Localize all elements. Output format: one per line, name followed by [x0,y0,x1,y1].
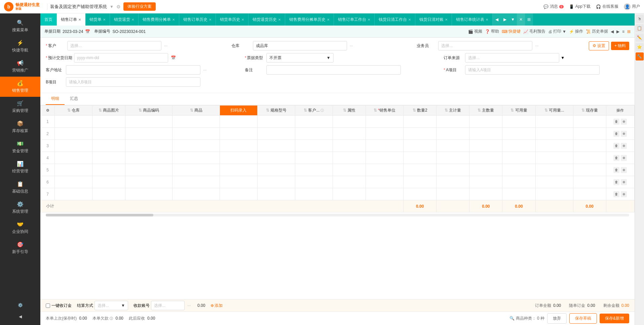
sidebar-item-marketing[interactable]: 📢 营销推广 [0,56,40,77]
tab-return-history-close[interactable]: ✕ [278,18,281,22]
sidebar-item-search[interactable]: 🔍 搜索菜单 [0,16,40,36]
panel-btn-5[interactable]: 🔧 [636,52,644,60]
setup-btn[interactable]: ⚙ 设置 [589,41,609,50]
row-3-scan[interactable] [220,140,257,152]
tab-daily-clear[interactable]: 钱货日清工作台 ✕ [375,13,415,26]
tab-nav-prev[interactable]: ◀ [493,13,501,26]
view-btn[interactable]: 🎬 视频 [468,29,482,34]
tab-order-workbench[interactable]: 销售订单工作台 ✕ [334,13,375,26]
b-project-input[interactable]: 请输入B项目 [66,77,200,87]
add-item-btn[interactable]: + 物料 [611,42,629,50]
row-2-current[interactable] [573,128,606,140]
tab-fee-split[interactable]: 销售费用分摊单 ✕ [139,13,179,26]
tab-sales-order-close[interactable]: ✕ [78,18,81,22]
row-2-warehouse[interactable] [55,128,92,140]
tab-order-workbench-close[interactable]: ✕ [368,18,370,22]
delete-icon-5[interactable]: 🗑 [613,167,619,173]
next-record-btn[interactable]: ▶ [616,29,619,34]
tab-nav-menu[interactable]: ▼ [509,13,517,26]
sidebar-item-system[interactable]: ⚙️ 系统管理 [0,198,40,218]
row-1-current[interactable] [573,116,606,128]
prev-record-btn[interactable]: ◀ [611,29,614,34]
tab-layout-toggle[interactable]: ⊞ [525,13,533,26]
warehouse-more-btn[interactable]: ··· [350,43,353,48]
row-2-spec[interactable] [257,128,295,140]
sidebar-item-finance[interactable]: 💵 资金管理 [0,137,40,157]
row-3-qty2[interactable] [404,140,437,152]
bank-more-btn[interactable]: ··· [187,303,191,308]
row-1-code[interactable] [125,116,173,128]
tab-return-history[interactable]: 销货退货历史 ✕ [249,13,285,26]
tab-statistics[interactable]: 销售订单统计表 ✕ [452,13,493,26]
sidebar-item-guide[interactable]: 🎯 新手引导 [0,238,40,258]
tab-close-all[interactable]: ✕ [517,13,525,26]
copy-icon-3[interactable]: ⊕ [621,143,627,149]
table-scrollbar[interactable] [46,214,629,216]
delete-icon-4[interactable]: 🗑 [613,155,619,161]
one-click-settle[interactable]: 一键收订金 [46,303,72,309]
tab-sales-goods[interactable]: 销货单 ✕ [85,13,110,26]
row-3-spec[interactable] [257,140,295,152]
col-scan[interactable]: 扫码录入 [220,106,257,116]
a-project-input[interactable]: 请输入A项目 [465,65,600,75]
tab-reconcile-close[interactable]: ✕ [445,18,448,22]
remark-input[interactable] [266,65,401,75]
tab-order-history-close[interactable]: ✕ [209,18,212,22]
row-2-qty2[interactable] [404,128,437,140]
row-1-spec[interactable] [257,116,295,128]
print-btn[interactable]: 🖨 打印 ▼ [548,29,566,34]
row-1-main-qty[interactable] [469,116,502,128]
settings-icon[interactable]: ⚙ [116,4,121,9]
delete-icon-6[interactable]: 🗑 [613,179,619,185]
row-3-product[interactable] [173,140,220,152]
tab-goods-history[interactable]: 销货单历史 ✕ [216,13,249,26]
row-2-main-qty[interactable] [469,128,502,140]
row-3-attr[interactable] [333,140,366,152]
delete-icon-1[interactable]: 🗑 [613,119,619,125]
customer-address-input[interactable] [66,65,200,75]
row-3-available2[interactable] [535,140,573,152]
copy-icon-2[interactable]: ⊕ [621,131,627,137]
tab-return-close[interactable]: ✕ [131,18,134,22]
col-settings[interactable]: ⚙ [41,106,55,116]
scrollbar-thumb[interactable] [46,214,153,216]
row-1-unit[interactable] [366,116,404,128]
row-3-customer[interactable] [295,140,333,152]
help-btn[interactable]: ❓ 帮助 [485,29,499,34]
notification-area[interactable]: 💬 消息 9 [543,4,564,9]
tab-fee-history[interactable]: 销售费用分摊单历史 ✕ [285,13,334,26]
sidebar-item-collab[interactable]: 🤝 企业协同 [0,218,40,238]
address-more-btn[interactable]: ··· [203,68,206,72]
row-2-main-unit[interactable] [437,128,469,140]
panel-btn-3[interactable]: ✏️ [636,34,644,42]
warehouse-input[interactable]: 成品库 [253,41,347,50]
user-menu[interactable]: 👤 用户 [624,3,640,10]
sidebar-item-purchase[interactable]: 🛒 采购管理 [0,97,40,117]
tab-home[interactable]: 首页 [40,13,57,26]
sidebar-settings-btn[interactable]: ⚙️ [16,301,25,310]
tab-summary[interactable]: 汇总 [65,93,83,105]
save-new-btn[interactable]: 保存&新增 [600,314,629,323]
history-btn[interactable]: 📜 历史单据 [586,29,608,34]
sidebar-item-inventory[interactable]: 📦 库存核算 [0,117,40,137]
app-download[interactable]: 📱 App下载 [569,4,591,9]
shortcut-btn[interactable]: ⌨ 快捷键 [502,29,521,34]
row-1-warehouse[interactable] [55,116,92,128]
tab-reconcile[interactable]: 钱货日清对账 ✕ [415,13,452,26]
tab-sales-order[interactable]: 销售订单 ✕ [57,13,85,26]
sidebar-item-basic-info[interactable]: 📋 基础信息 [0,177,40,198]
save-draft-btn[interactable]: 保存草稿 [569,313,597,324]
row-2-available[interactable] [502,128,535,140]
tab-daily-clear-close[interactable]: ✕ [408,18,411,22]
row-1-attr[interactable] [333,116,366,128]
row-4-warehouse[interactable] [55,152,92,164]
row-3-current[interactable] [573,140,606,152]
row-2-unit[interactable] [366,128,404,140]
tab-return[interactable]: 销货退货 ✕ [110,13,139,26]
discard-btn[interactable]: 放弃 [547,313,567,324]
row-3-image[interactable] [92,140,125,152]
tab-sales-goods-close[interactable]: ✕ [103,18,106,22]
tab-order-history[interactable]: 销售订单历史 ✕ [179,13,216,26]
calendar-icon[interactable]: 📅 [85,29,90,34]
tab-fee-history-close[interactable]: ✕ [327,18,330,22]
